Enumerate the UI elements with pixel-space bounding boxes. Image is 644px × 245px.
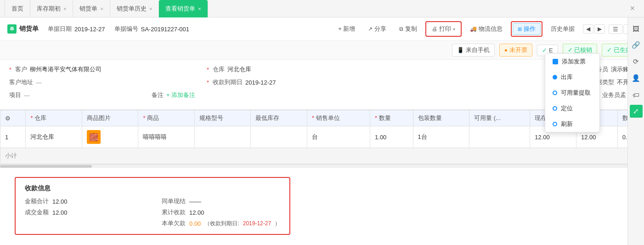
project-value: — [24, 92, 30, 99]
menu-item-outbound[interactable]: 出库 [545, 69, 599, 85]
col-gear[interactable]: ⚙ [0, 110, 26, 126]
add-invoice-icon [553, 59, 558, 64]
warehouse-field: * 仓库 河北仓库 [207, 65, 335, 74]
add-note-btn[interactable]: + 添加备注 [166, 91, 195, 99]
col-min-stock: 最低库存 [251, 110, 307, 126]
cell-min-stock [251, 126, 307, 148]
doc-number-item: 单据编号 SA-20191227-001 [114, 25, 190, 33]
print-button[interactable]: 🖨 打印 ▾ [427, 23, 460, 35]
doc-number-label: 单据编号 [114, 25, 138, 33]
dropdown-menu: 添加发票 出库 可用量提取 定位 刷新 [545, 53, 600, 132]
operate-highlight-box: ⊞ 操作 [511, 21, 542, 37]
menu-item-refresh[interactable]: 刷新 [545, 116, 599, 132]
sidebar-link-btn[interactable]: 🔗 [630, 39, 643, 51]
product-thumbnail: 🧱 [87, 130, 101, 144]
tab-sales-history[interactable]: 销货单历史 × [110, 0, 159, 17]
doc-date-value: 2019-12-27 [74, 26, 105, 33]
cell-warehouse: 河北仓库 [26, 126, 82, 148]
print-highlight-box: 🖨 打印 ▾ [425, 21, 462, 37]
doc-meta: 单据日期 2019-12-27 单据编号 SA-20191227-001 [48, 25, 333, 33]
tab-sales-history-close[interactable]: × [149, 6, 152, 11]
form-row-1: * 客户 柳州粤港平安气体有限公司 * 仓库 河北仓库 业务员 演示账号 [9, 65, 635, 74]
sidebar-tag-btn[interactable]: 🏷 [630, 88, 643, 101]
warehouse-label: 仓库 [213, 65, 225, 74]
col-available: 可用量 (... [469, 110, 530, 126]
col-product-img: 商品图片 [82, 110, 138, 126]
summary-deal-amount: 成交金额 12.00 [25, 208, 143, 217]
col-warehouse: * 仓库 [26, 110, 82, 126]
menu-item-available-qty[interactable]: 可用量提取 [545, 85, 599, 101]
operate-button[interactable]: ⊞ 操作 [513, 23, 541, 35]
window-close-button[interactable]: × [625, 4, 639, 13]
summary-total-amount: 金额合计 12.00 [25, 197, 143, 205]
payment-date-label: 收款到期日 [213, 78, 243, 86]
cell-product: 嘻嘻嘻嘻 [138, 126, 195, 148]
summary-grid: 金额合计 12.00 同单现结 —— 成交金额 12.00 累计收款 12.00 [25, 197, 280, 228]
project-field: 项目 — [9, 91, 138, 99]
summary-order-debt [25, 219, 143, 228]
tab-sales-order-close[interactable]: × [100, 6, 103, 11]
col-pack-qty: 包装数量 [413, 110, 469, 126]
outbound-icon [553, 75, 557, 80]
tab-inventory-init[interactable]: 库存期初 × [30, 0, 73, 17]
address-value[interactable]: — [36, 79, 42, 86]
col-quantity: * 数量 [370, 110, 413, 126]
summary-wrapper: 收款信息 金额合计 12.00 同单现结 —— 成交金额 12.00 累计收款 … [0, 168, 644, 244]
address-field: 客户地址 — [9, 78, 193, 86]
next-arrow[interactable]: ▶ [594, 24, 605, 34]
doc-title: 单 销货单 [7, 24, 39, 34]
horizontal-scrollbar[interactable] [0, 164, 644, 168]
logistics-button[interactable]: 🚚 物流信息 [465, 23, 507, 35]
summary-same-order-settlement: 同单现结 —— [162, 197, 280, 205]
doc-date-label: 单据日期 [48, 25, 72, 33]
tab-view-sales[interactable]: 查看销货单 × [159, 0, 208, 17]
cell-pack-qty: 1台 [413, 126, 469, 148]
customer-value[interactable]: 柳州粤港平安气体有限公司 [30, 65, 102, 74]
new-button[interactable]: + 新增 [333, 23, 360, 35]
sidebar-expand-btn[interactable]: ⤢ [630, 105, 643, 118]
layout-list[interactable]: ☰ [609, 24, 622, 34]
salesperson-label: 业务员孟 [602, 91, 626, 99]
tab-home[interactable]: 首页 [5, 0, 30, 17]
menu-item-add-invoice[interactable]: 添加发票 [545, 54, 599, 69]
copy-button[interactable]: ⧉ 复制 [395, 23, 422, 35]
prev-arrow[interactable]: ◀ [583, 24, 593, 34]
summary-cumulative-receipts: 累计收款 12.00 [162, 208, 280, 217]
tab-sales-order[interactable]: 销货单 × [73, 0, 110, 17]
doc-type-icon: 单 [7, 24, 17, 34]
cell-quantity: 1.00 [370, 126, 413, 148]
summary-title: 收款信息 [25, 184, 280, 193]
col-spec: 规格型号 [194, 110, 251, 126]
note-field: 备注 + 添加备注 [152, 91, 280, 99]
sidebar-clock-btn[interactable]: ⟳ [630, 55, 643, 68]
locate-icon [553, 106, 557, 111]
share-button[interactable]: ↗ 分享 [363, 23, 391, 35]
scrollbar-thumb[interactable] [0, 165, 92, 168]
available-qty-icon [553, 91, 557, 95]
not-open-ticket-button[interactable]: ● 未开票 [499, 44, 532, 57]
cell-product-img: 🧱 [82, 126, 138, 148]
note-label: 备注 [152, 91, 164, 99]
cell-spec [194, 126, 251, 148]
cell-seq: 1 [0, 126, 26, 148]
tab-inventory-init-close[interactable]: × [63, 6, 66, 11]
sidebar-user-btn[interactable]: 👤 [630, 72, 643, 85]
menu-item-locate[interactable]: 定位 [545, 101, 599, 116]
from-phone-button[interactable]: 📱 来自手机 [452, 44, 495, 57]
refresh-icon [553, 122, 557, 126]
doc-date-item: 单据日期 2019-12-27 [48, 25, 105, 33]
tab-view-sales-close[interactable]: × [198, 6, 201, 11]
doc-header: 单 销货单 单据日期 2019-12-27 单据编号 SA-20191227-0… [0, 17, 644, 41]
nav-arrows: ◀ ▶ [583, 24, 605, 34]
payment-date-field: * 收款到期日 2019-12-27 [207, 78, 335, 86]
sidebar-image-btn[interactable]: 🖼 [630, 22, 643, 35]
payment-date-value[interactable]: 2019-12-27 [245, 79, 276, 86]
project-label: 项目 [9, 91, 21, 99]
address-label: 客户地址 [9, 78, 33, 86]
form-row-2: 客户地址 — * 收款到期日 2019-12-27 * 票据类型 不开票 [9, 78, 635, 86]
customer-label: 客户 [15, 65, 27, 74]
cell-sales-unit: 台 [307, 126, 370, 148]
subtotal-row: 小计 [0, 148, 644, 164]
warehouse-value[interactable]: 河北仓库 [227, 65, 251, 74]
history-button[interactable]: 历史单据 [546, 23, 579, 35]
